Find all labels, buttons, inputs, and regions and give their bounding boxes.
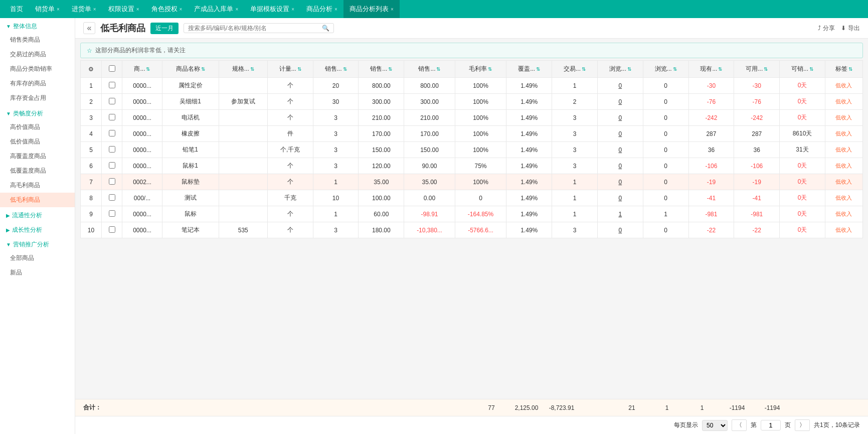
cell-available: -981 xyxy=(734,206,780,222)
cell-sellable: 31天 xyxy=(780,142,825,158)
footer-label: 合计： xyxy=(83,403,101,412)
sidebar-group-整体信息[interactable]: ▼整体信息 xyxy=(0,18,75,33)
prev-page-button[interactable]: 〈 xyxy=(732,419,747,431)
cell-sales_amount: 300.00 xyxy=(404,94,455,110)
sidebar-item-高覆盖度商品[interactable]: 高覆盖度商品 xyxy=(0,149,75,164)
cell-coverage: 1.49% xyxy=(506,94,552,110)
cell-sales_count: 3 xyxy=(313,110,359,126)
nav-item-销货单[interactable]: 销货单 × xyxy=(29,0,66,18)
cell-views2: 1 xyxy=(643,206,688,222)
nav-item-商品分析[interactable]: 商品分析 × xyxy=(300,0,343,18)
nav-item-首页[interactable]: 首页 xyxy=(4,0,29,18)
close-icon[interactable]: × xyxy=(93,7,96,12)
sidebar-item-销售类商品[interactable]: 销售类商品 xyxy=(0,33,75,47)
sidebar-item-全部商品[interactable]: 全部商品 xyxy=(0,251,75,265)
table-row: 10000...属性定价个20800.00800.00100%1.49%100-… xyxy=(81,78,863,94)
sidebar-item-交易过的商品[interactable]: 交易过的商品 xyxy=(0,47,75,62)
cell-sellable: 0天 xyxy=(780,206,825,222)
cell-gross_rate: 100% xyxy=(455,174,506,190)
next-page-button[interactable]: 〉 xyxy=(795,419,810,431)
close-icon[interactable]: × xyxy=(180,7,183,12)
row-checkbox[interactable] xyxy=(109,98,115,104)
per-page-select[interactable]: 50 100 xyxy=(702,420,728,431)
search-icon[interactable]: 🔍 xyxy=(322,25,329,32)
col-header-checkbox[interactable] xyxy=(101,61,122,78)
cell-unit: 件 xyxy=(267,126,313,142)
cell-sales_count: 3 xyxy=(313,222,359,238)
collapse-sidebar-button[interactable]: « xyxy=(83,22,95,34)
close-icon[interactable]: × xyxy=(235,7,238,12)
nav-item-角色授权[interactable]: 角色授权 × xyxy=(145,0,189,18)
sidebar-group-流通性分析[interactable]: ▶流通性分析 xyxy=(0,207,75,222)
row-checkbox[interactable] xyxy=(109,146,115,153)
sidebar-item-新品[interactable]: 新品 xyxy=(0,265,75,280)
sort-icon: ⇅ xyxy=(627,66,631,72)
cell-sales_price: 35.00 xyxy=(359,174,404,190)
cell-sales_price: 170.00 xyxy=(359,126,404,142)
close-icon[interactable]: × xyxy=(291,7,294,12)
footer-cell-1: 2,125.00 xyxy=(509,404,544,411)
page-input[interactable] xyxy=(761,420,781,430)
nav-item-进货单[interactable]: 进货单 × xyxy=(66,0,102,18)
cell-views1: 0 xyxy=(597,126,643,142)
close-icon[interactable]: × xyxy=(391,7,394,12)
sidebar-item-高价值商品[interactable]: 高价值商品 xyxy=(0,120,75,134)
share-button[interactable]: ⤴ 分享 xyxy=(818,24,835,33)
cell-tag: 低收入 xyxy=(825,94,862,110)
sidebar-item-有库存的商品[interactable]: 有库存的商品 xyxy=(0,76,75,91)
row-checkbox[interactable] xyxy=(109,130,115,136)
pagination-bar: 每页显示 50 100 〈 第 页 〉 共1页，10条记录 xyxy=(75,416,868,434)
footer-cell-2: -8,723.91 xyxy=(544,404,579,411)
settings-icon[interactable]: ⚙ xyxy=(88,66,94,73)
cell-no: 1 xyxy=(81,78,102,94)
cell-unit: 个 xyxy=(267,94,313,110)
footer-cell-4: 21 xyxy=(614,404,649,411)
cell-views2: 0 xyxy=(643,222,688,238)
row-checkbox[interactable] xyxy=(109,226,115,233)
nav-item-单据模板设置[interactable]: 单据模板设置 × xyxy=(244,0,300,18)
cell-name: 吴细细1 xyxy=(162,94,219,110)
sidebar-item-低覆盖度商品[interactable]: 低覆盖度商品 xyxy=(0,164,75,178)
close-icon[interactable]: × xyxy=(334,7,337,12)
footer-cell-5: 1 xyxy=(649,404,684,411)
row-checkbox[interactable] xyxy=(109,114,115,120)
sidebar-item-库存资金占用[interactable]: 库存资金占用 xyxy=(0,91,75,105)
select-all-checkbox[interactable] xyxy=(109,65,115,72)
sidebar-item-高毛利商品[interactable]: 高毛利商品 xyxy=(0,178,75,193)
close-icon[interactable]: × xyxy=(136,7,139,12)
page-suffix: 页 xyxy=(785,421,791,429)
sidebar-item-商品分类助销率[interactable]: 商品分类助销率 xyxy=(0,62,75,76)
sidebar-item-低毛利商品[interactable]: 低毛利商品 xyxy=(0,193,75,207)
row-checkbox[interactable] xyxy=(109,194,115,201)
cell-sales_amount: -98.91 xyxy=(404,206,455,222)
row-checkbox[interactable] xyxy=(109,210,115,217)
cell-no: 3 xyxy=(81,110,102,126)
cell-coverage: 1.49% xyxy=(506,110,552,126)
cell-coverage: 1.49% xyxy=(506,142,552,158)
cell-transactions: 3 xyxy=(552,222,598,238)
row-checkbox[interactable] xyxy=(109,178,115,185)
row-checkbox[interactable] xyxy=(109,82,115,88)
table-row: 30000...电话机个3210.00210.00100%1.49%300-24… xyxy=(81,110,863,126)
nav-item-权限设置[interactable]: 权限设置 × xyxy=(102,0,145,18)
cell-name: 鼠标1 xyxy=(162,158,219,174)
cell-views1: 0 xyxy=(597,94,643,110)
cell-unit: 个 xyxy=(267,158,313,174)
period-button[interactable]: 近一月 xyxy=(150,23,179,34)
row-checkbox[interactable] xyxy=(109,162,115,169)
export-button[interactable]: ⬇ 导出 xyxy=(841,24,860,33)
sidebar-group-类畅度分析[interactable]: ▼类畅度分析 xyxy=(0,105,75,120)
col-header-transactions: 交易...⇅ xyxy=(552,61,598,78)
sort-icon: ⇅ xyxy=(388,66,392,72)
sidebar-group-成长性分析[interactable]: ▶成长性分析 xyxy=(0,222,75,236)
nav-item-商品分析列表[interactable]: 商品分析列表 × xyxy=(343,0,400,18)
cell-available: 36 xyxy=(734,142,780,158)
cell-sales_amount: 210.00 xyxy=(404,110,455,126)
close-icon[interactable]: × xyxy=(57,7,60,12)
search-input[interactable] xyxy=(188,25,322,32)
cell-current: -30 xyxy=(688,78,734,94)
sidebar-group-营销推广分析[interactable]: ▼营销推广分析 xyxy=(0,236,75,251)
cell-sellable: 0天 xyxy=(780,158,825,174)
nav-item-产成品入库单[interactable]: 产成品入库单 × xyxy=(188,0,244,18)
sidebar-item-低价值商品[interactable]: 低价值商品 xyxy=(0,134,75,149)
